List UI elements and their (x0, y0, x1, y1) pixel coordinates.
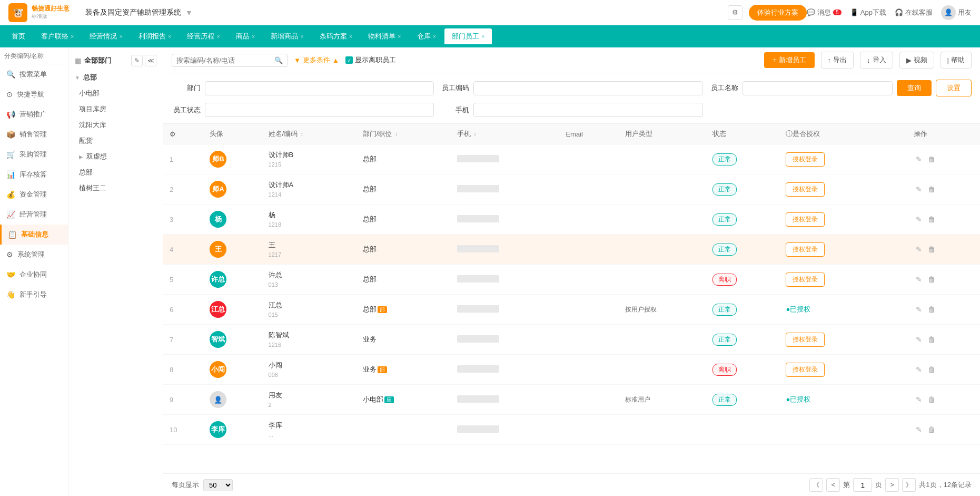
delete-btn[interactable]: 🗑 (926, 364, 937, 375)
edit-btn[interactable]: ✎ (914, 154, 924, 164)
col-phone[interactable]: 手机 ↕ (451, 124, 560, 144)
gear-button[interactable]: ⚙ (728, 5, 743, 20)
message-button[interactable]: 💬 消息 5 (807, 8, 842, 17)
edit-btn[interactable]: ✎ (914, 274, 924, 285)
tree-node-shuangxu[interactable]: ▶ 双虚想 (68, 149, 163, 164)
edit-btn[interactable]: ✎ (914, 424, 924, 435)
add-employee-button[interactable]: + 新增员工 (764, 52, 814, 68)
tree-edit-btn[interactable]: ✎ (131, 55, 143, 66)
filter-more-btn[interactable]: ▼ 更多条件 ▲ (294, 55, 339, 65)
delete-btn[interactable]: 🗑 (926, 184, 937, 194)
auth-login-btn[interactable]: 授权登录 (786, 333, 825, 347)
tab-home[interactable]: 首页 (4, 28, 33, 44)
row-auth[interactable]: 授权登录 (779, 325, 882, 355)
user-avatar[interactable]: 👤 用友 (941, 5, 972, 20)
sidebar-search-input[interactable] (4, 52, 68, 60)
tab-customer[interactable]: 客户联络 × (34, 28, 81, 44)
delete-btn[interactable]: 🗑 (926, 304, 937, 315)
next-page-btn[interactable]: > (885, 478, 899, 492)
auth-login-btn[interactable]: 授权登录 (786, 212, 825, 227)
row-auth[interactable]: 授权登录 (779, 235, 882, 265)
emp-status-select[interactable] (205, 103, 434, 117)
delete-btn[interactable]: 🗑 (926, 334, 937, 345)
edit-btn[interactable]: ✎ (914, 244, 924, 255)
sidebar-item-nav[interactable]: ⊙快捷导航 (0, 84, 68, 104)
trial-button[interactable]: 体验行业方案 (749, 5, 807, 21)
col-name[interactable]: 姓名/编码 ↕ (262, 124, 357, 144)
delete-btn[interactable]: 🗑 (926, 274, 937, 285)
col-dept[interactable]: 部门/职位 ↕ (357, 124, 451, 144)
phone-input[interactable] (473, 103, 702, 117)
auth-login-btn[interactable]: 授权登录 (786, 242, 825, 257)
tab-department[interactable]: 部门员工 × (444, 28, 492, 44)
show-dimission-toggle[interactable]: ✓ 显示离职员工 (345, 55, 396, 65)
emp-name-input[interactable] (743, 81, 893, 95)
page-input[interactable] (853, 478, 872, 492)
sidebar-item-search[interactable]: 🔍搜索菜单 (0, 64, 68, 84)
sidebar-item-finance[interactable]: 💰资金管理 (0, 184, 68, 205)
row-auth[interactable]: 授权登录 (779, 265, 882, 295)
auth-login-btn[interactable]: 授权登录 (786, 182, 825, 197)
tree-collapse-btn[interactable]: ≪ (145, 55, 156, 66)
auth-login-btn[interactable]: 授权登录 (786, 152, 825, 167)
tree-node-zongbu[interactable]: 总部 (68, 164, 163, 180)
page-size-select[interactable]: 50 100 (203, 479, 233, 491)
tab-profit[interactable]: 利润报告 × (131, 28, 179, 44)
tab-operation[interactable]: 经营情况 × (82, 28, 130, 44)
search-input[interactable] (176, 56, 271, 64)
tab-goods[interactable]: 商品 × (229, 28, 262, 44)
tab-history[interactable]: 经营历程 × (180, 28, 227, 44)
edit-btn[interactable]: ✎ (914, 394, 924, 405)
delete-btn[interactable]: 🗑 (926, 154, 937, 164)
delete-btn[interactable]: 🗑 (926, 214, 937, 225)
delete-btn[interactable]: 🗑 (926, 394, 937, 405)
first-page-btn[interactable]: 《 (809, 478, 823, 492)
tree-node-zhishu[interactable]: 植树王二 (68, 180, 163, 196)
sidebar-item-system[interactable]: ⚙系统管理 (0, 245, 68, 265)
col-settings[interactable]: ⚙ (163, 124, 203, 144)
app-download-button[interactable]: 📱 App下载 (850, 8, 886, 17)
tree-node-peihuo[interactable]: 配货 (68, 133, 163, 149)
query-button[interactable]: 查询 (897, 80, 932, 96)
tree-node-shenyang[interactable]: 沈阳大库 (68, 117, 163, 133)
view-button[interactable]: ▶ 视频 (899, 52, 934, 69)
sidebar-item-manage[interactable]: 📈经营管理 (0, 205, 68, 225)
sidebar-item-purchase[interactable]: 🛒采购管理 (0, 144, 68, 164)
edit-btn[interactable]: ✎ (914, 304, 924, 315)
row-auth[interactable]: 授权登录 (779, 144, 882, 174)
last-page-btn[interactable]: 》 (902, 478, 916, 492)
tab-bom[interactable]: 物料清单 × (361, 28, 408, 44)
auth-login-btn[interactable]: 授权登录 (786, 363, 825, 377)
sidebar-item-basic[interactable]: 📋基础信息 (0, 225, 68, 245)
tree-node-project[interactable]: 项目库房 (68, 101, 163, 117)
online-service-button[interactable]: 🎧 在线客服 (895, 8, 933, 17)
sidebar-item-marketing[interactable]: 📢营销推广 (0, 104, 68, 124)
emp-code-input[interactable] (473, 81, 702, 95)
set-button[interactable]: 设置 (936, 80, 972, 96)
tab-barcode[interactable]: 条码方案 × (312, 28, 360, 44)
tree-node-xiaodian[interactable]: 小电部 (68, 85, 163, 101)
delete-btn[interactable]: 🗑 (926, 244, 937, 255)
sidebar-item-guide[interactable]: 👋新手引导 (0, 285, 68, 305)
prev-page-btn[interactable]: < (826, 478, 840, 492)
export-button[interactable]: ↑ 导出 (821, 52, 854, 69)
edit-btn[interactable]: ✎ (914, 334, 924, 345)
edit-btn[interactable]: ✎ (914, 214, 924, 225)
edit-btn[interactable]: ✎ (914, 364, 924, 375)
help-button[interactable]: | 帮助 (941, 52, 972, 69)
row-auth[interactable]: 授权登录 (779, 205, 882, 235)
row-auth: ●已授权 (779, 295, 882, 325)
import-button[interactable]: ↓ 导入 (860, 52, 893, 69)
dept-select[interactable] (205, 81, 434, 95)
delete-btn[interactable]: 🗑 (926, 424, 937, 435)
tree-node-root[interactable]: ▼ 总部 (68, 70, 163, 85)
sidebar-item-inventory[interactable]: 📊库存核算 (0, 164, 68, 184)
tab-warehouse[interactable]: 仓库 × (410, 28, 443, 44)
row-auth[interactable]: 授权登录 (779, 355, 882, 385)
tab-add-goods[interactable]: 新增商品 × (263, 28, 311, 44)
sidebar-item-collab[interactable]: 🤝企业协同 (0, 265, 68, 285)
row-auth[interactable]: 授权登录 (779, 174, 882, 205)
edit-btn[interactable]: ✎ (914, 184, 924, 194)
sidebar-item-sales[interactable]: 📦销售管理 (0, 124, 68, 144)
auth-login-btn[interactable]: 授权登录 (786, 273, 825, 287)
